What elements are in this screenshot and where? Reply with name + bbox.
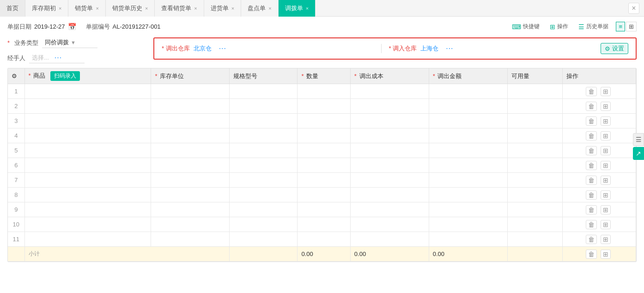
row-product[interactable] xyxy=(24,232,151,247)
row-unit[interactable] xyxy=(151,114,230,128)
table-scroll[interactable]: ⚙ 商品 扫码录入 库存单位 规格型号 xyxy=(8,68,636,262)
row-product[interactable] xyxy=(24,128,151,143)
row-unit[interactable] xyxy=(151,232,230,247)
calendar-icon[interactable]: 📅 xyxy=(68,23,77,31)
row-qty[interactable] xyxy=(298,84,350,99)
row-qty[interactable] xyxy=(298,232,350,247)
delete-row-btn[interactable]: 🗑 xyxy=(586,205,597,214)
row-available[interactable] xyxy=(507,202,562,217)
operator-select[interactable]: 选择... ··· xyxy=(29,53,85,63)
row-product[interactable] xyxy=(24,99,151,114)
row-amount[interactable] xyxy=(429,188,507,202)
window-close-button[interactable]: × xyxy=(628,3,639,14)
business-type-select[interactable]: 同价调拨 ▼ xyxy=(42,37,97,48)
row-available[interactable] xyxy=(507,217,562,232)
row-qty[interactable] xyxy=(298,158,350,173)
copy-row-btn[interactable]: ⊞ xyxy=(601,235,611,244)
row-product[interactable] xyxy=(24,84,151,99)
tab-stocktake[interactable]: 盘点单 × xyxy=(241,0,278,17)
row-unit[interactable] xyxy=(151,143,230,158)
row-spec[interactable] xyxy=(230,217,298,232)
row-available[interactable] xyxy=(507,99,562,114)
row-amount[interactable] xyxy=(429,202,507,217)
row-spec[interactable] xyxy=(230,99,298,114)
row-qty[interactable] xyxy=(298,143,350,158)
copy-row-btn[interactable]: ⊞ xyxy=(601,205,611,214)
tab-transfer[interactable]: 调拨单 × xyxy=(279,0,316,17)
row-qty[interactable] xyxy=(298,128,350,143)
row-cost[interactable] xyxy=(350,232,429,247)
doc-date-value[interactable]: 2019-12-27 xyxy=(34,23,65,30)
row-cost[interactable] xyxy=(350,114,429,128)
row-cost[interactable] xyxy=(350,202,429,217)
row-spec[interactable] xyxy=(230,128,298,143)
subtotal-copy-btn[interactable]: ⊞ xyxy=(601,250,611,259)
row-available[interactable] xyxy=(507,143,562,158)
row-qty[interactable] xyxy=(298,173,350,188)
scan-button[interactable]: 扫码录入 xyxy=(50,71,80,81)
warehouse-in-more-btn[interactable]: ··· xyxy=(446,44,453,53)
th-settings[interactable]: ⚙ xyxy=(8,68,24,84)
row-available[interactable] xyxy=(507,114,562,128)
row-amount[interactable] xyxy=(429,143,507,158)
row-product[interactable] xyxy=(24,173,151,188)
row-amount[interactable] xyxy=(429,173,507,188)
delete-row-btn[interactable]: 🗑 xyxy=(586,102,597,111)
row-amount[interactable] xyxy=(429,99,507,114)
copy-row-btn[interactable]: ⊞ xyxy=(601,102,611,111)
row-spec[interactable] xyxy=(230,202,298,217)
copy-row-btn[interactable]: ⊞ xyxy=(601,87,611,96)
copy-row-btn[interactable]: ⊞ xyxy=(601,161,611,170)
row-amount[interactable] xyxy=(429,128,507,143)
doc-no-value[interactable]: AL-20191227-001 xyxy=(113,23,161,30)
delete-row-btn[interactable]: 🗑 xyxy=(586,176,597,185)
shortcut-button[interactable]: ⌨ 快捷键 xyxy=(509,21,542,32)
row-product[interactable] xyxy=(24,158,151,173)
copy-row-btn[interactable]: ⊞ xyxy=(601,131,611,140)
row-spec[interactable] xyxy=(230,232,298,247)
row-unit[interactable] xyxy=(151,158,230,173)
row-product[interactable] xyxy=(24,202,151,217)
row-unit[interactable] xyxy=(151,217,230,232)
row-product[interactable] xyxy=(24,114,151,128)
layout-btn-list[interactable]: ≡ xyxy=(616,22,625,31)
copy-row-btn[interactable]: ⊞ xyxy=(601,176,611,185)
delete-row-btn[interactable]: 🗑 xyxy=(586,235,597,244)
tab-close-stocktake[interactable]: × xyxy=(268,6,271,11)
copy-row-btn[interactable]: ⊞ xyxy=(601,116,611,126)
row-cost[interactable] xyxy=(350,84,429,99)
row-qty[interactable] xyxy=(298,114,350,128)
float-list-btn[interactable]: ☰ xyxy=(633,133,644,146)
tab-home[interactable]: 首页 xyxy=(0,0,25,17)
tab-close-sales-history[interactable]: × xyxy=(145,6,148,11)
row-spec[interactable] xyxy=(230,158,298,173)
delete-row-btn[interactable]: 🗑 xyxy=(586,190,597,200)
row-available[interactable] xyxy=(507,84,562,99)
row-amount[interactable] xyxy=(429,158,507,173)
copy-row-btn[interactable]: ⊞ xyxy=(601,190,611,200)
row-spec[interactable] xyxy=(230,188,298,202)
copy-row-btn[interactable]: ⊞ xyxy=(601,220,611,229)
operator-more-btn[interactable]: ··· xyxy=(55,54,62,62)
delete-row-btn[interactable]: 🗑 xyxy=(586,131,597,140)
row-spec[interactable] xyxy=(230,114,298,128)
row-spec[interactable] xyxy=(230,84,298,99)
copy-row-btn[interactable]: ⊞ xyxy=(601,146,611,155)
row-cost[interactable] xyxy=(350,99,429,114)
float-expand-btn[interactable]: ↗ xyxy=(633,147,644,160)
row-cost[interactable] xyxy=(350,173,429,188)
subtotal-delete-btn[interactable]: 🗑 xyxy=(586,250,597,259)
tab-inventory-init[interactable]: 库存期初 × xyxy=(25,0,68,17)
row-qty[interactable] xyxy=(298,202,350,217)
settings-button[interactable]: ⚙ 设置 xyxy=(601,43,628,54)
tab-purchase[interactable]: 进货单 × xyxy=(204,0,241,17)
row-qty[interactable] xyxy=(298,217,350,232)
delete-row-btn[interactable]: 🗑 xyxy=(586,146,597,155)
row-amount[interactable] xyxy=(429,114,507,128)
settings-gear-icon[interactable]: ⚙ xyxy=(12,73,17,79)
tab-close-transfer[interactable]: × xyxy=(306,6,309,11)
row-cost[interactable] xyxy=(350,188,429,202)
row-spec[interactable] xyxy=(230,173,298,188)
operation-button[interactable]: ⊞ 操作 xyxy=(547,21,571,32)
row-unit[interactable] xyxy=(151,173,230,188)
